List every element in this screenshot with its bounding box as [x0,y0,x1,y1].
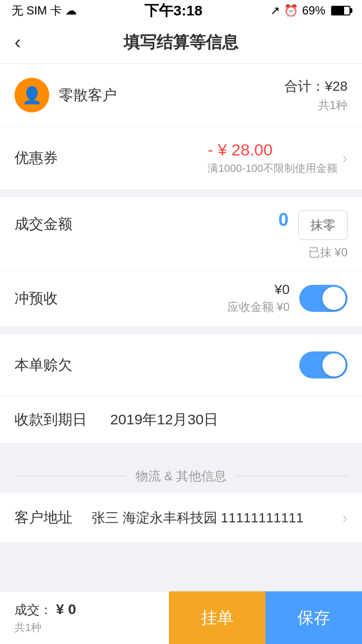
status-left: 无 SIM 卡 ☁ [12,3,77,18]
coupon-desc: 满1000-100不限制使用金额 [208,161,337,176]
customer-total: 合计：¥28 [284,77,348,96]
customer-right: 合计：¥28 共1种 [284,77,348,113]
coupon-arrow-icon: › [342,149,348,167]
customer-name: 零散客户 [59,85,117,105]
address-section: 客户地址 张三 海淀永丰科技园 11111111111 › [0,493,362,542]
amount-sub: 已抹 ¥0 [0,245,362,270]
due-date-row: 收款到期日 2019年12月30日 [0,396,362,443]
amount-right: 0 抹零 [278,210,348,240]
bottom-deal-info: 成交： ¥ 0 共1种 [0,601,169,635]
arrears-section: 本单赊欠 收款到期日 2019年12月30日 [0,334,362,443]
transaction-section: 成交金额 0 抹零 已抹 ¥0 冲预收 ¥0 应收金额 ¥0 [0,197,362,326]
prepayment-label: 冲预收 [14,289,58,308]
customer-row: 👤 零散客户 合计：¥28 共1种 [0,64,362,126]
coupon-row[interactable]: 优惠券 - ¥ 28.00 满1000-100不限制使用金额 › [0,126,362,189]
bottom-bar: 成交： ¥ 0 共1种 挂单 保存 [0,591,362,644]
customer-avatar: 👤 [14,78,49,112]
page-title: 填写结算等信息 [124,31,238,54]
prepayment-amount: ¥0 [227,282,290,297]
logistics-container: 物流 & 其他信息 [0,451,362,493]
coupon-right: - ¥ 28.00 满1000-100不限制使用金额 › [208,140,348,176]
prepayment-row: 冲预收 ¥0 应收金额 ¥0 [0,270,362,326]
bottom-count: 共1种 [14,620,154,635]
hold-button[interactable]: 挂单 [169,591,265,644]
avatar-icon: 👤 [22,85,42,105]
logistics-title: 物流 & 其他信息 [126,468,236,485]
battery-icon [331,6,350,15]
coupon-amount: - ¥ 28.00 [208,140,337,159]
customer-section: 👤 零散客户 合计：¥28 共1种 优惠券 - ¥ 28.00 满1000-10… [0,64,362,189]
status-right: ↗ ⏰ 69% [270,4,350,17]
bottom-deal-amount: ¥ 0 [56,601,76,617]
location-icon: ↗ [270,4,280,17]
arrears-toggle-knob [322,353,346,377]
arrears-row: 本单赊欠 [0,334,362,396]
status-time: 下午3:18 [144,1,202,21]
address-arrow-icon: › [342,509,348,527]
coupon-label: 优惠券 [14,148,58,168]
address-row[interactable]: 客户地址 张三 海淀永丰科技园 11111111111 › [0,493,362,542]
address-value: 张三 海淀永丰科技园 11111111111 [92,509,342,527]
status-bar: 无 SIM 卡 ☁ 下午3:18 ↗ ⏰ 69% [0,0,362,21]
prepayment-info: ¥0 应收金额 ¥0 [227,282,290,315]
arrears-toggle[interactable] [299,351,348,378]
nav-bar: ‹ 填写结算等信息 [0,21,362,64]
coupon-info: - ¥ 28.00 满1000-100不限制使用金额 [208,140,337,176]
customer-count: 共1种 [284,98,348,113]
logistics-header: 物流 & 其他信息 [0,459,362,493]
bottom-deal-label: 成交： [14,602,52,618]
address-label: 客户地址 [14,508,72,528]
prepayment-right: ¥0 应收金额 ¥0 [227,282,348,315]
toggle-knob [322,287,346,310]
amount-value: 0 [278,210,289,229]
prepayment-toggle[interactable] [299,285,348,312]
bottom-deal-row: 成交： ¥ 0 [14,601,154,618]
save-button[interactable]: 保存 [265,591,362,644]
amount-label: 成交金额 [14,210,72,234]
back-button[interactable]: ‹ [14,31,21,53]
due-date-value: 2019年12月30日 [110,411,218,427]
sim-text: 无 SIM 卡 ☁ [12,3,77,18]
customer-left: 👤 零散客户 [14,78,117,112]
battery-text: 69% [302,4,325,17]
arrears-label: 本单赊欠 [14,355,72,375]
amount-row: 成交金额 0 抹零 [0,197,362,245]
round-button[interactable]: 抹零 [298,210,348,240]
main-content: 👤 零散客户 合计：¥28 共1种 优惠券 - ¥ 28.00 满1000-10… [0,64,362,608]
alarm-icon: ⏰ [284,4,298,17]
due-date-label: 收款到期日 [14,411,87,427]
prepayment-sub: 应收金额 ¥0 [227,299,290,315]
